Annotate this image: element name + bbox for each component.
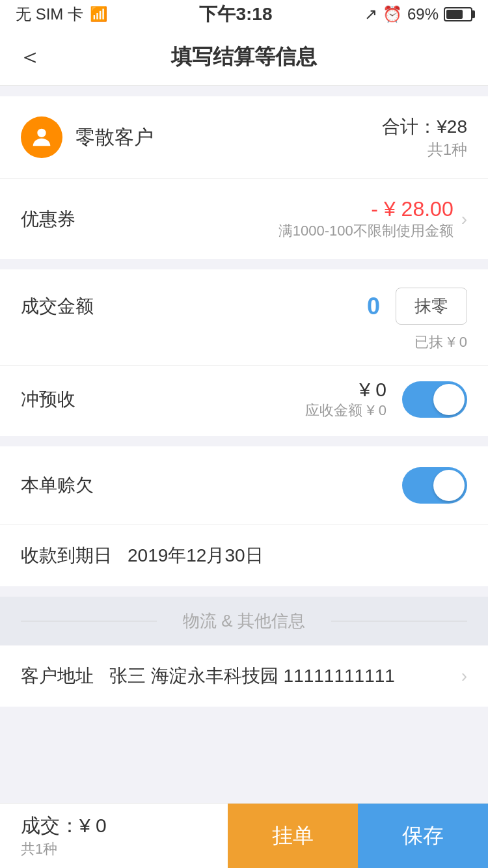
bottom-info: 成交：¥ 0 共1种 [0,804,228,868]
prepay-row: 冲预收 ¥ 0 应收金额 ¥ 0 [0,365,488,436]
prepay-value: ¥ 0 [305,379,386,401]
coupon-amount: - ¥ 28.00 满1000-100不限制使用金额 [278,197,454,241]
debt-row: 本单赊欠 [0,446,488,524]
amount-value: 0 [367,293,380,320]
logistics-label: 物流 & 其他信息 [0,597,488,645]
debt-label: 本单赊欠 [21,473,94,498]
transaction-section: 成交金额 0 抹零 已抹 ¥ 0 冲预收 ¥ 0 应收金额 ¥ 0 [0,269,488,436]
bottom-transaction-amount: ¥ 0 [79,815,107,836]
bottom-transaction: 成交：¥ 0 [21,813,207,839]
prepay-right: ¥ 0 应收金额 ¥ 0 [305,379,467,420]
debt-toggle[interactable] [402,467,467,504]
battery-percent: 69% [407,5,439,23]
svg-point-0 [37,129,46,137]
hold-button[interactable]: 挂单 [228,804,358,868]
customer-left: 零散客户 [21,116,154,158]
prepay-toggle[interactable] [402,381,467,418]
round-button[interactable]: 抹零 [396,288,467,325]
logistics-divider-section: 物流 & 其他信息 [0,597,488,645]
chevron-right-icon: › [461,209,467,230]
logistics-text: 物流 & 其他信息 [183,610,305,632]
customer-name: 零散客户 [75,124,154,151]
back-button[interactable]: ＜ [18,41,42,73]
coupon-label: 优惠券 [21,207,75,232]
address-label: 客户地址 [21,664,94,688]
bottom-bar: 成交：¥ 0 共1种 挂单 保存 [0,803,488,868]
toggle-knob [433,384,465,415]
save-button[interactable]: 保存 [358,804,488,868]
bottom-count: 共1种 [21,839,207,859]
amount-sub: 已抹 ¥ 0 [0,332,488,365]
alarm-icon: ⏰ [383,5,402,23]
amount-right: 0 抹零 [367,288,467,325]
debt-toggle-knob [433,470,465,501]
status-left: 无 SIM 卡 📶 [16,4,107,25]
address-row[interactable]: 客户地址 张三 海淀永丰科技园 11111111111 › [0,645,488,707]
person-icon [29,124,55,150]
amount-row: 成交金额 0 抹零 [0,269,488,332]
address-section: 客户地址 张三 海淀永丰科技园 11111111111 › [0,645,488,707]
battery-icon [444,7,472,21]
wifi-icon: 📶 [90,6,107,23]
page-title: 填写结算等信息 [171,43,317,72]
customer-total: 合计：¥28 共1种 [382,115,467,160]
customer-section: 零散客户 合计：¥28 共1种 优惠券 - ¥ 28.00 满1000-100不… [0,96,488,259]
address-value: 张三 海淀永丰科技园 11111111111 [109,664,461,688]
carrier-text: 无 SIM 卡 [16,4,83,25]
coupon-row[interactable]: 优惠券 - ¥ 28.00 满1000-100不限制使用金额 › [0,178,488,259]
status-time: 下午3:18 [199,2,272,27]
location-icon: ↗ [364,5,377,23]
customer-avatar [21,116,62,158]
total-count: 共1种 [382,139,467,160]
duedate-label: 收款到期日 [21,543,112,568]
coupon-right: - ¥ 28.00 满1000-100不限制使用金额 › [278,197,467,241]
prepay-amounts: ¥ 0 应收金额 ¥ 0 [305,379,386,420]
duedate-row: 收款到期日 2019年12月30日 [0,524,488,586]
status-bar: 无 SIM 卡 📶 下午3:18 ↗ ⏰ 69% [0,0,488,29]
prepay-receivable: 应收金额 ¥ 0 [305,401,386,420]
nav-bar: ＜ 填写结算等信息 [0,29,488,86]
address-chevron-icon: › [461,666,467,686]
customer-row: 零散客户 合计：¥28 共1种 [0,96,488,178]
total-amount: 合计：¥28 [382,115,467,139]
prepay-label: 冲预收 [21,387,75,412]
bottom-transaction-label: 成交： [21,815,79,836]
debt-section: 本单赊欠 收款到期日 2019年12月30日 [0,446,488,586]
duedate-value: 2019年12月30日 [128,543,264,568]
amount-label: 成交金额 [21,294,94,319]
coupon-discount: - ¥ 28.00 [278,197,454,221]
status-right: ↗ ⏰ 69% [364,5,472,23]
coupon-desc: 满1000-100不限制使用金额 [278,221,454,241]
